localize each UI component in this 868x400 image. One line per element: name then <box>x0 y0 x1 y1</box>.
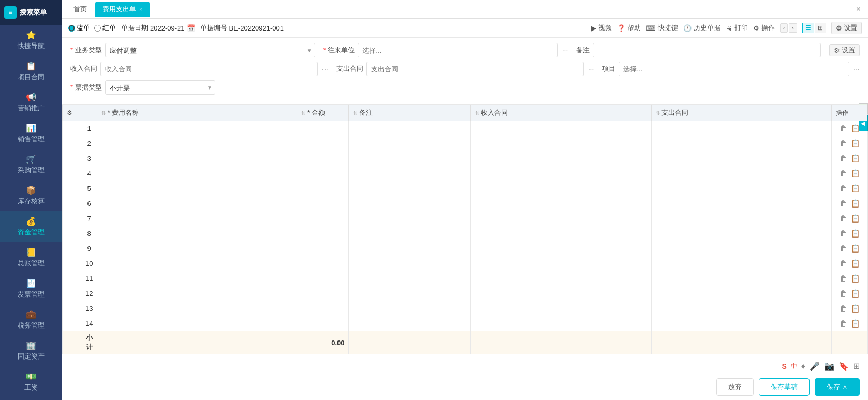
remark-cell[interactable] <box>349 286 471 301</box>
row-copy-button[interactable]: 📋 <box>850 288 861 299</box>
income-contract-cell[interactable] <box>471 211 651 226</box>
radio-red-input[interactable] <box>94 25 101 32</box>
radio-blue-input[interactable] <box>68 25 75 32</box>
expense-contract-cell[interactable] <box>651 286 831 301</box>
remark-cell[interactable] <box>349 181 471 196</box>
save-draft-button[interactable]: 保存草稿 <box>759 378 810 396</box>
expense-contract-cell[interactable] <box>651 121 831 136</box>
income-contract-cell[interactable] <box>471 151 651 166</box>
row-delete-button[interactable]: 🗑 <box>838 183 848 194</box>
row-copy-button[interactable]: 📋 <box>850 303 861 314</box>
income-contract-cell[interactable] <box>471 271 651 286</box>
sidebar-item-tax-mgmt[interactable]: 💼 税务管理 <box>0 304 62 335</box>
expense-contract-cell[interactable] <box>651 301 831 316</box>
remark-cell[interactable] <box>349 226 471 241</box>
amount-cell[interactable] <box>297 226 349 241</box>
remark-cell[interactable] <box>349 241 471 256</box>
expense-name-cell[interactable] <box>97 256 297 271</box>
expense-name-cell[interactable] <box>97 151 297 166</box>
save-button[interactable]: 保存 ∧ <box>815 378 860 396</box>
income-contract-cell[interactable] <box>471 256 651 271</box>
amount-cell[interactable] <box>297 256 349 271</box>
sidebar-item-operations-mgmt[interactable]: 📈 经营管理 <box>0 397 62 400</box>
row-copy-button[interactable]: 📋 <box>850 318 861 329</box>
sidebar-item-salary[interactable]: 💵 工资 <box>0 366 62 397</box>
remark-cell[interactable] <box>349 196 471 211</box>
expense-contract-cell[interactable] <box>651 316 831 331</box>
amount-cell[interactable] <box>297 166 349 181</box>
row-copy-button[interactable]: 📋 <box>850 153 861 164</box>
action-shortcut[interactable]: ⌨ 快捷键 <box>646 23 678 33</box>
nav-next-button[interactable]: › <box>789 23 797 33</box>
sidebar-item-sales-mgmt[interactable]: 📊 销售管理 <box>0 118 62 149</box>
row-delete-button[interactable]: 🗑 <box>838 153 848 164</box>
remark-input[interactable] <box>593 43 821 57</box>
row-copy-button[interactable]: 📋 <box>850 273 861 284</box>
window-close-button[interactable]: × <box>853 5 864 14</box>
income-contract-cell[interactable] <box>471 316 651 331</box>
expense-contract-cell[interactable] <box>651 256 831 271</box>
sidebar-item-invoice-mgmt[interactable]: 🧾 发票管理 <box>0 273 62 304</box>
th-amount[interactable]: ⇅ * 金额 <box>297 105 349 121</box>
income-contract-cell[interactable] <box>471 241 651 256</box>
th-expense-contract[interactable]: ⇅ 支出合同 <box>651 105 831 121</box>
remark-cell[interactable] <box>349 301 471 316</box>
expense-contract-dots-icon[interactable]: ··· <box>588 65 594 73</box>
expense-name-cell[interactable] <box>97 121 297 136</box>
expense-name-cell[interactable] <box>97 226 297 241</box>
amount-cell[interactable] <box>297 301 349 316</box>
camera-icon[interactable]: 📷 <box>824 361 834 371</box>
expense-name-cell[interactable] <box>97 211 297 226</box>
amount-cell[interactable] <box>297 211 349 226</box>
radio-blue-label[interactable]: 蓝单 <box>68 23 90 33</box>
income-contract-cell[interactable] <box>471 196 651 211</box>
expense-name-cell[interactable] <box>97 286 297 301</box>
project-input[interactable] <box>619 62 849 76</box>
sidebar-header[interactable]: ≡ 搜索菜单 <box>0 0 62 25</box>
row-copy-button[interactable]: 📋 <box>850 198 861 209</box>
expense-contract-cell[interactable] <box>651 211 831 226</box>
remark-cell[interactable] <box>349 316 471 331</box>
view-grid-button[interactable]: ⊞ <box>815 23 826 33</box>
remark-cell[interactable] <box>349 121 471 136</box>
expense-contract-cell[interactable] <box>651 241 831 256</box>
remark-cell[interactable] <box>349 166 471 181</box>
income-contract-input[interactable] <box>100 62 318 76</box>
expense-contract-cell[interactable] <box>651 151 831 166</box>
row-delete-button[interactable]: 🗑 <box>838 168 848 179</box>
row-delete-button[interactable]: 🗑 <box>838 288 848 299</box>
action-print[interactable]: 🖨 打印 <box>726 23 748 33</box>
row-copy-button[interactable]: 📋 <box>850 243 861 254</box>
income-contract-cell[interactable] <box>471 286 651 301</box>
row-copy-button[interactable]: 📋 <box>850 168 861 179</box>
expense-contract-cell[interactable] <box>651 271 831 286</box>
sidebar-item-fixed-assets[interactable]: 🏢 固定资产 <box>0 335 62 366</box>
partner-input[interactable] <box>358 43 557 57</box>
row-delete-button[interactable]: 🗑 <box>838 198 848 209</box>
calendar-icon[interactable]: 📅 <box>187 24 195 32</box>
business-type-select[interactable]: 应付调整 <box>105 43 315 57</box>
row-delete-button[interactable]: 🗑 <box>838 303 848 314</box>
amount-cell[interactable] <box>297 121 349 136</box>
remark-cell[interactable] <box>349 256 471 271</box>
settings-button[interactable]: ⚙ 设置 <box>831 22 862 34</box>
row-delete-button[interactable]: 🗑 <box>838 318 848 329</box>
action-operate[interactable]: ⚙ 操作 <box>753 23 775 33</box>
income-contract-dots-icon[interactable]: ··· <box>322 65 328 73</box>
expense-contract-input[interactable] <box>366 62 584 76</box>
sidebar-item-ledger-mgmt[interactable]: 📒 总账管理 <box>0 242 62 273</box>
income-contract-cell[interactable] <box>471 226 651 241</box>
expense-name-cell[interactable] <box>97 301 297 316</box>
income-contract-cell[interactable] <box>471 136 651 151</box>
expense-contract-cell[interactable] <box>651 196 831 211</box>
mic-icon[interactable]: 🎤 <box>810 361 820 371</box>
amount-cell[interactable] <box>297 316 349 331</box>
diamond-icon[interactable]: ♦ <box>801 362 805 371</box>
row-copy-button[interactable]: 📋 <box>850 183 861 194</box>
expense-name-cell[interactable] <box>97 196 297 211</box>
remark-cell[interactable] <box>349 136 471 151</box>
expense-name-cell[interactable] <box>97 241 297 256</box>
grid-icon[interactable]: ⊞ <box>853 361 860 371</box>
remark-cell[interactable] <box>349 151 471 166</box>
nav-prev-button[interactable]: ‹ <box>780 23 788 33</box>
